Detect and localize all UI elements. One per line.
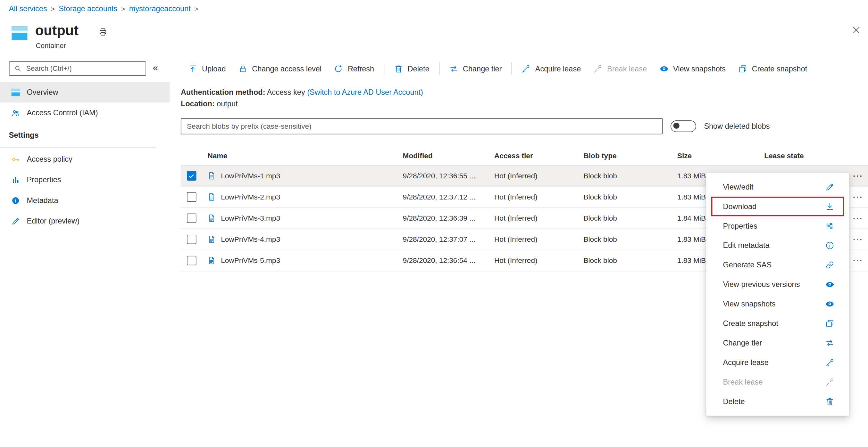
menu-item-view-previous-versions[interactable]: View previous versions [706, 275, 849, 294]
file-icon [207, 192, 216, 202]
menu-item-label: Edit metadata [723, 241, 770, 250]
refresh-button[interactable]: Refresh [328, 59, 380, 79]
menu-item-label: Generate SAS [723, 261, 772, 269]
row-more-button[interactable]: ··· [848, 214, 868, 223]
menu-item-generate-sas[interactable]: Generate SAS [706, 255, 849, 275]
break-lease-icon [593, 64, 603, 73]
breadcrumb-separator: > [121, 5, 125, 12]
row-checkbox[interactable] [187, 235, 196, 244]
lock-icon [238, 64, 248, 73]
switch-auth-link[interactable]: (Switch to Azure AD User Account) [307, 88, 423, 96]
blob-name[interactable]: LowPriVMs-3.mp3 [221, 214, 280, 222]
column-header-modified[interactable]: Modified [397, 151, 489, 160]
breadcrumb-all-services[interactable]: All services [9, 4, 47, 13]
menu-item-label: Create snapshot [723, 319, 778, 328]
close-icon[interactable] [851, 25, 861, 37]
blob-search-input[interactable] [181, 118, 663, 134]
file-icon [207, 235, 216, 244]
container-icon [11, 26, 28, 41]
show-deleted-blobs-label: Show deleted blobs [704, 122, 770, 130]
menu-item-create-snapshot[interactable]: Create snapshot [706, 314, 849, 333]
upload-button[interactable]: Upload [182, 59, 232, 79]
toolbar-divider [384, 63, 384, 75]
sidebar-item-metadata[interactable]: Metadata [0, 190, 169, 210]
auth-method-label: Authentication method: [181, 88, 266, 96]
menu-item-delete[interactable]: Delete [706, 392, 849, 411]
breadcrumb-separator: > [194, 5, 198, 12]
pencil-icon [11, 216, 20, 226]
acquire-lease-button[interactable]: Acquire lease [515, 59, 587, 79]
row-more-button[interactable]: ··· [848, 235, 868, 244]
column-header-size[interactable]: Size [672, 151, 759, 160]
sidebar-item-properties[interactable]: Properties [0, 169, 169, 190]
sidebar-item-label: Access policy [27, 155, 72, 163]
sidebar-item-access-policy[interactable]: Access policy [0, 149, 169, 169]
row-checkbox[interactable] [187, 192, 196, 202]
column-header-access-tier[interactable]: Access tier [489, 151, 578, 160]
file-icon [207, 171, 216, 181]
sidebar-item-label: Overview [27, 88, 58, 96]
info-icon [11, 196, 20, 205]
sidebar-item-label: Access Control (IAM) [27, 108, 98, 117]
change-tier-button[interactable]: Change tier [443, 59, 508, 79]
blob-access-tier: Hot (Inferred) [489, 214, 578, 222]
change-tier-icon [449, 64, 458, 73]
snapshot-icon [738, 64, 747, 73]
sidebar-collapse-button[interactable]: « [153, 63, 158, 74]
sidebar-item-access-control[interactable]: Access Control (IAM) [0, 102, 169, 123]
menu-item-download[interactable]: Download [706, 197, 849, 216]
show-deleted-blobs-toggle[interactable] [671, 121, 696, 132]
toolbar-divider [439, 63, 439, 75]
authentication-method-line: Authentication method: Access key (Switc… [181, 88, 423, 96]
sidebar-nav: Overview Access Control (IAM) Settings A… [0, 82, 169, 231]
column-header-name[interactable]: Name [202, 151, 397, 160]
toolbar: Upload Change access level Refresh Delet… [181, 57, 813, 80]
blob-access-tier: Hot (Inferred) [489, 193, 578, 201]
menu-item-edit-metadata[interactable]: Edit metadata [706, 236, 849, 255]
blob-access-tier: Hot (Inferred) [489, 172, 578, 180]
row-checkbox[interactable] [187, 214, 196, 223]
sidebar-section-settings: Settings [0, 123, 156, 148]
menu-item-acquire-lease[interactable]: Acquire lease [706, 353, 849, 372]
key-icon [11, 154, 20, 164]
blob-modified: 9/28/2020, 12:37:12 ... [397, 193, 489, 201]
row-more-button[interactable]: ··· [848, 256, 868, 266]
file-icon [207, 214, 216, 223]
column-header-lease-state[interactable]: Lease state [759, 151, 848, 160]
blob-name[interactable]: LowPriVMs-5.mp3 [221, 256, 280, 265]
auth-method-value: Access key [267, 88, 305, 96]
breadcrumb-separator: > [51, 5, 55, 12]
snapshot-icon [825, 319, 835, 329]
toggle-knob [674, 123, 680, 129]
menu-item-properties[interactable]: Properties [706, 216, 849, 236]
breadcrumb-mystorageaccount[interactable]: mystorageaccount [129, 4, 191, 13]
container-icon [11, 88, 20, 97]
blob-name[interactable]: LowPriVMs-1.mp3 [221, 172, 280, 180]
print-icon[interactable] [98, 27, 108, 38]
sidebar-item-editor[interactable]: Editor (preview) [0, 211, 169, 231]
row-more-button[interactable]: ··· [848, 192, 868, 202]
menu-item-break-lease: Break lease [706, 372, 849, 392]
row-checkbox[interactable] [187, 256, 196, 266]
sidebar-search-input[interactable] [25, 64, 141, 73]
create-snapshot-button[interactable]: Create snapshot [732, 59, 813, 79]
sidebar-item-overview[interactable]: Overview [0, 82, 169, 102]
toolbar-label: Change tier [463, 64, 502, 73]
delete-button[interactable]: Delete [388, 59, 436, 79]
sidebar-item-label: Editor (preview) [27, 217, 80, 225]
blob-access-tier: Hot (Inferred) [489, 256, 578, 265]
blob-name[interactable]: LowPriVMs-4.mp3 [221, 235, 280, 243]
blob-name[interactable]: LowPriVMs-2.mp3 [221, 193, 280, 201]
change-access-level-button[interactable]: Change access level [232, 59, 328, 79]
breadcrumb-storage-accounts[interactable]: Storage accounts [59, 4, 117, 13]
row-more-button[interactable]: ··· [848, 171, 868, 181]
menu-item-label: Break lease [723, 378, 763, 386]
menu-item-label: View snapshots [723, 300, 776, 308]
menu-item-change-tier[interactable]: Change tier [706, 333, 849, 353]
menu-item-view-snapshots[interactable]: View snapshots [706, 294, 849, 314]
row-checkbox[interactable] [187, 171, 196, 181]
menu-item-view-edit[interactable]: View/edit [706, 177, 849, 197]
menu-item-label: Acquire lease [723, 358, 769, 367]
column-header-blob-type[interactable]: Blob type [578, 151, 672, 160]
view-snapshots-button[interactable]: View snapshots [653, 59, 732, 79]
